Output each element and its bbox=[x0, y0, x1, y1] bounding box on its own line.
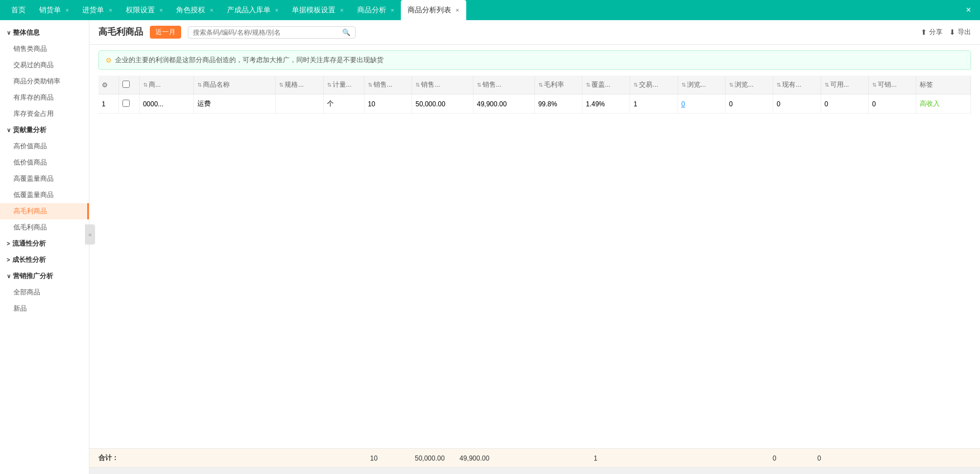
footer-cell bbox=[143, 454, 188, 462]
footer-cell: 50,000.00 bbox=[411, 454, 456, 462]
col-header-现有...[interactable]: ⇅现有... bbox=[773, 76, 821, 95]
nav-item-商品分析[interactable]: 商品分析 × bbox=[351, 0, 401, 20]
sidebar-item-商品分类助销率[interactable]: 商品分类助销率 bbox=[0, 73, 89, 90]
footer-bar: 合计： 1050,000.0049,900.00100 bbox=[89, 448, 980, 467]
table-row: 10000...运费个1050,000.0049,900.0099.8%1.49… bbox=[98, 95, 971, 114]
footer-cell: 49,900.00 bbox=[456, 454, 501, 462]
col-header-规格...[interactable]: ⇅规格... bbox=[276, 76, 323, 95]
window-close-button[interactable]: × bbox=[962, 5, 976, 15]
sort-icon: ⇅ bbox=[279, 82, 283, 88]
share-icon: ⬆ bbox=[921, 28, 927, 36]
sidebar-group-成长性分析[interactable]: >成长性分析 bbox=[0, 252, 89, 268]
sidebar-group-整体信息[interactable]: ∨整体信息 bbox=[0, 25, 89, 41]
nav-close-icon[interactable]: × bbox=[275, 7, 278, 13]
col-header-交易...[interactable]: ⇅交易... bbox=[630, 76, 678, 95]
data-table: ⚙⇅商...⇅商品名称⇅规格...⇅计量...⇅销售...⇅销售...⇅销售..… bbox=[98, 76, 971, 114]
top-nav: 首页销货单 ×进货单 ×权限设置 ×角色授权 ×产成品入库单 ×单据模板设置 ×… bbox=[0, 0, 980, 20]
search-input[interactable] bbox=[193, 29, 340, 36]
sort-icon: ⇅ bbox=[415, 82, 420, 88]
export-button[interactable]: ⬇ 导出 bbox=[949, 27, 971, 37]
col-header-销售...[interactable]: ⇅销售... bbox=[412, 76, 474, 95]
nav-item-权限设置[interactable]: 权限设置 × bbox=[119, 0, 169, 20]
sidebar-item-低覆盖量商品[interactable]: 低覆盖量商品 bbox=[0, 187, 89, 203]
sort-icon: ⇅ bbox=[368, 82, 372, 88]
nav-item-首页[interactable]: 首页 bbox=[4, 0, 32, 20]
table-cell: 49,900.00 bbox=[473, 95, 534, 114]
table-cell: 99.8% bbox=[534, 95, 582, 114]
table-cell: 0 bbox=[726, 95, 773, 114]
table-cell bbox=[276, 95, 323, 114]
col-header-浏览...[interactable]: ⇅浏览... bbox=[726, 76, 773, 95]
sidebar-item-低价值商品[interactable]: 低价值商品 bbox=[0, 154, 89, 171]
sort-icon: ⇅ bbox=[143, 82, 148, 88]
sidebar-item-新品[interactable]: 新品 bbox=[0, 301, 89, 317]
footer-cells: 1050,000.0049,900.00100 bbox=[143, 454, 971, 462]
sidebar-item-高价值商品[interactable]: 高价值商品 bbox=[0, 138, 89, 154]
nav-item-进货单[interactable]: 进货单 × bbox=[75, 0, 119, 20]
nav-close-icon[interactable]: × bbox=[340, 7, 343, 13]
sort-icon: ⇅ bbox=[681, 82, 686, 88]
nav-item-单据模板设置[interactable]: 单据模板设置 × bbox=[285, 0, 350, 20]
table-cell: 0 bbox=[868, 95, 916, 114]
nav-close-icon[interactable]: × bbox=[391, 7, 394, 13]
sort-icon: ⇅ bbox=[633, 82, 638, 88]
nav-close-icon[interactable]: × bbox=[159, 7, 163, 13]
footer-cell bbox=[725, 454, 769, 462]
table-cell: 0 bbox=[821, 95, 868, 114]
nav-close-icon[interactable]: × bbox=[108, 7, 112, 13]
row-checkbox[interactable] bbox=[122, 100, 130, 107]
sidebar-item-高毛利商品[interactable]: 高毛利商品 bbox=[0, 203, 89, 219]
footer-cell bbox=[903, 454, 948, 462]
share-button[interactable]: ⬆ 分享 bbox=[921, 27, 943, 37]
sidebar-item-交易过的商品[interactable]: 交易过的商品 bbox=[0, 57, 89, 73]
footer-cell: 10 bbox=[367, 454, 411, 462]
sidebar-item-全部商品[interactable]: 全部商品 bbox=[0, 284, 89, 301]
nav-item-角色授权[interactable]: 角色授权 × bbox=[169, 0, 220, 20]
content-header: 高毛利商品 近一月 🔍 ⬆ 分享 ⬇ 导出 bbox=[89, 20, 980, 45]
group-arrow: > bbox=[7, 241, 10, 247]
sort-icon: ⇅ bbox=[327, 82, 332, 88]
sidebar-item-库存资金占用[interactable]: 库存资金占用 bbox=[0, 106, 89, 122]
footer-cell: 0 bbox=[814, 454, 859, 462]
col-header-计量...[interactable]: ⇅计量... bbox=[323, 76, 364, 95]
col-header-商...[interactable]: ⇅商... bbox=[139, 76, 194, 95]
info-icon: ⚙ bbox=[106, 57, 112, 64]
nav-close-icon[interactable]: × bbox=[456, 7, 459, 13]
col-header-可用...[interactable]: ⇅可用... bbox=[821, 76, 868, 95]
table-cell bbox=[119, 95, 140, 114]
nav-item-产成品入库单[interactable]: 产成品入库单 × bbox=[220, 0, 285, 20]
footer-cell bbox=[546, 454, 590, 462]
col-header-商品名称[interactable]: ⇅商品名称 bbox=[194, 76, 276, 95]
sidebar-item-高覆盖量商品[interactable]: 高覆盖量商品 bbox=[0, 171, 89, 187]
sidebar-item-低毛利商品[interactable]: 低毛利商品 bbox=[0, 219, 89, 236]
sidebar-item-有库存的商品[interactable]: 有库存的商品 bbox=[0, 90, 89, 106]
sidebar-item-销售类商品[interactable]: 销售类商品 bbox=[0, 41, 89, 57]
search-icon[interactable]: 🔍 bbox=[342, 29, 351, 36]
sidebar-group-营销推广分析[interactable]: ∨营销推广分析 bbox=[0, 268, 89, 284]
col-header-可销...[interactable]: ⇅可销... bbox=[868, 76, 916, 95]
sidebar-collapse-button[interactable]: « bbox=[85, 224, 95, 245]
link-cell[interactable]: 0 bbox=[681, 100, 685, 108]
info-text: 企业的主要的利润都是这部分商品创造的，可考虑加大推广，同时关注库存是不要出现缺货 bbox=[115, 55, 384, 65]
table-cell: 高收入 bbox=[916, 95, 971, 114]
sidebar-group-流通性分析[interactable]: >流通性分析 bbox=[0, 236, 89, 252]
nav-item-商品分析列表[interactable]: 商品分析列表 × bbox=[401, 0, 466, 20]
col-header-覆盖...[interactable]: ⇅覆盖... bbox=[583, 76, 630, 95]
col-header-标签: 标签 bbox=[916, 76, 971, 95]
select-all-checkbox[interactable] bbox=[122, 81, 130, 88]
col-header-销售...[interactable]: ⇅销售... bbox=[473, 76, 534, 95]
sidebar-group-贡献量分析[interactable]: ∨贡献量分析 bbox=[0, 122, 89, 138]
col-header-毛利率[interactable]: ⇅毛利率 bbox=[534, 76, 582, 95]
horizontal-scrollbar[interactable] bbox=[89, 467, 980, 474]
sort-icon: ⇅ bbox=[197, 82, 202, 88]
footer-cell bbox=[635, 454, 680, 462]
sort-icon: ⇅ bbox=[777, 82, 781, 88]
nav-close-icon[interactable]: × bbox=[210, 7, 213, 13]
nav-item-销货单[interactable]: 销货单 × bbox=[32, 0, 75, 20]
sort-icon: ⇅ bbox=[586, 82, 590, 88]
footer-cell bbox=[233, 454, 277, 462]
col-header-销售...[interactable]: ⇅销售... bbox=[364, 76, 411, 95]
time-filter-button[interactable]: 近一月 bbox=[150, 26, 181, 39]
col-header-浏览...[interactable]: ⇅浏览... bbox=[678, 76, 725, 95]
nav-close-icon[interactable]: × bbox=[65, 7, 69, 13]
